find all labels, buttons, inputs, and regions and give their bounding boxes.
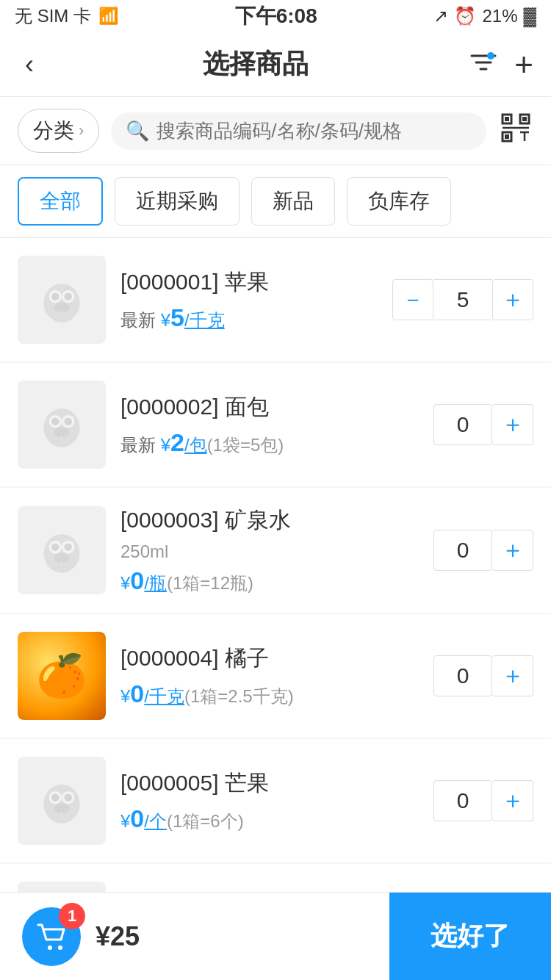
- svg-point-24: [65, 417, 73, 425]
- qty-plus-button[interactable]: ＋: [492, 530, 533, 571]
- svg-point-23: [51, 417, 60, 425]
- product-image: [18, 506, 106, 594]
- qty-minus-button[interactable]: －: [392, 279, 433, 320]
- back-button[interactable]: ‹: [18, 42, 41, 87]
- product-price: 最新 ¥5/千克: [120, 303, 378, 332]
- product-image: 🍊: [18, 632, 106, 720]
- qty-input[interactable]: [433, 530, 492, 571]
- status-time: 下午6:08: [235, 2, 317, 30]
- product-name: [0000001] 苹果: [120, 267, 378, 298]
- alarm-icon: ⏰: [454, 6, 476, 26]
- qty-control: ＋: [433, 655, 533, 696]
- svg-point-37: [51, 793, 60, 801]
- battery-icon: ▓: [523, 6, 536, 26]
- search-input[interactable]: [156, 120, 472, 143]
- nav-bar: ‹ 选择商品 +: [0, 32, 551, 97]
- cart-section: 1 ¥25: [0, 907, 389, 966]
- placeholder-owl-icon: [36, 274, 87, 325]
- qty-control: ＋: [433, 404, 533, 445]
- product-info: [0000004] 橘子 ¥0/千克(1箱=2.5千克): [120, 644, 419, 708]
- product-image: [18, 757, 106, 845]
- product-info: [0000005] 芒果 ¥0/个(1箱=6个): [120, 768, 419, 833]
- svg-point-3: [487, 52, 494, 60]
- svg-point-17: [65, 292, 73, 300]
- add-button[interactable]: +: [514, 46, 533, 83]
- product-info: [0000001] 苹果 最新 ¥5/千克: [120, 267, 378, 332]
- cart-icon[interactable]: 1: [22, 907, 81, 966]
- filter-icon[interactable]: [470, 49, 497, 80]
- product-price: 最新 ¥2/包(1袋=5包): [120, 428, 419, 457]
- placeholder-owl-icon: [36, 525, 87, 576]
- qty-input[interactable]: [433, 404, 492, 445]
- qty-input[interactable]: [433, 279, 492, 320]
- wifi-icon: 📶: [98, 7, 118, 26]
- location-icon: ↗: [433, 6, 448, 26]
- list-item: [0000001] 苹果 最新 ¥5/千克 － ＋: [0, 238, 551, 361]
- qty-control: ＋: [433, 780, 533, 821]
- list-item: [0000003] 矿泉水 250ml ¥0/瓶(1箱=12瓶) ＋: [0, 488, 551, 613]
- chevron-right-icon: ›: [79, 121, 84, 140]
- product-spec: 250ml: [120, 541, 419, 562]
- svg-point-56: [58, 945, 62, 950]
- product-name: [0000004] 橘子: [120, 644, 419, 674]
- qty-control: ＋: [433, 530, 533, 571]
- svg-point-38: [65, 793, 73, 801]
- product-list: [0000001] 苹果 最新 ¥5/千克 － ＋ [0000002]: [0, 238, 551, 980]
- qty-plus-button[interactable]: ＋: [492, 655, 533, 696]
- svg-point-25: [54, 428, 70, 438]
- confirm-button[interactable]: 选好了: [389, 893, 551, 981]
- product-info: [0000002] 面包 最新 ¥2/包(1袋=5包): [120, 392, 419, 457]
- svg-point-31: [65, 543, 73, 551]
- svg-rect-10: [505, 134, 509, 139]
- qty-plus-button[interactable]: ＋: [492, 404, 533, 445]
- svg-point-55: [48, 945, 52, 950]
- tab-all[interactable]: 全部: [18, 177, 103, 226]
- svg-point-39: [54, 804, 70, 814]
- placeholder-owl-icon: [36, 775, 87, 826]
- product-image: [18, 381, 106, 469]
- cart-total: ¥25: [96, 921, 140, 952]
- search-input-wrap: 🔍: [111, 112, 486, 150]
- qty-input[interactable]: [433, 655, 492, 696]
- status-right: ↗ ⏰ 21% ▓: [433, 6, 536, 26]
- list-item: [0000005] 芒果 ¥0/个(1箱=6个) ＋: [0, 739, 551, 862]
- qty-plus-button[interactable]: ＋: [492, 279, 533, 320]
- page-title: 选择商品: [203, 46, 309, 82]
- svg-rect-8: [505, 117, 509, 121]
- product-price: ¥0/个(1箱=6个): [120, 804, 419, 833]
- product-image: [18, 256, 106, 344]
- tab-new[interactable]: 新品: [251, 177, 335, 226]
- qty-plus-button[interactable]: ＋: [492, 780, 533, 821]
- product-price: ¥0/瓶(1箱=12瓶): [120, 566, 419, 595]
- bottom-bar: 1 ¥25 选好了: [0, 892, 551, 980]
- nav-actions: +: [470, 46, 533, 83]
- product-info: [0000003] 矿泉水 250ml ¥0/瓶(1箱=12瓶): [120, 505, 419, 595]
- tab-negative[interactable]: 负库存: [347, 177, 451, 226]
- svg-point-16: [51, 292, 60, 300]
- product-price: ¥0/千克(1箱=2.5千克): [120, 680, 419, 708]
- svg-point-30: [51, 543, 60, 551]
- search-row: 分类 › 🔍: [0, 97, 551, 165]
- product-name: [0000002] 面包: [120, 392, 419, 422]
- category-label: 分类: [33, 117, 74, 145]
- carrier-label: 无 SIM 卡: [15, 4, 91, 28]
- qty-input[interactable]: [433, 780, 492, 821]
- svg-rect-9: [522, 117, 527, 121]
- svg-point-32: [54, 553, 70, 563]
- list-item: 🍊 [0000004] 橘子 ¥0/千克(1箱=2.5千克) ＋: [0, 614, 551, 738]
- tab-recent[interactable]: 近期采购: [115, 177, 240, 226]
- list-item: [0000002] 面包 最新 ¥2/包(1袋=5包) ＋: [0, 363, 551, 486]
- product-name: [0000003] 矿泉水: [120, 505, 419, 536]
- scan-icon[interactable]: [498, 110, 533, 151]
- category-button[interactable]: 分类 ›: [18, 109, 99, 153]
- cart-badge: 1: [59, 903, 85, 929]
- product-name: [0000005] 芒果: [120, 768, 419, 799]
- qty-control: － ＋: [392, 279, 533, 320]
- svg-point-18: [54, 303, 70, 313]
- status-bar: 无 SIM 卡 📶 下午6:08 ↗ ⏰ 21% ▓: [0, 0, 551, 32]
- placeholder-owl-icon: [36, 399, 87, 450]
- orange-image: 🍊: [18, 632, 106, 720]
- status-left: 无 SIM 卡 📶: [15, 4, 118, 28]
- tab-row: 全部 近期采购 新品 负库存: [0, 165, 551, 238]
- search-icon: 🔍: [126, 120, 149, 143]
